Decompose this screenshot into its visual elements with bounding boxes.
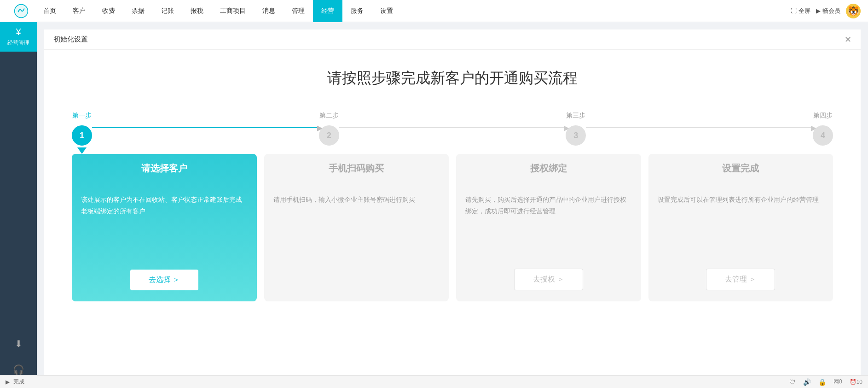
connector-1: ▶ bbox=[92, 127, 319, 128]
yen-icon: ¥ bbox=[16, 27, 21, 37]
card1-header: 请选择客户 bbox=[72, 154, 257, 183]
card4-header: 设置完成 bbox=[648, 154, 833, 183]
top-nav: 首页 客户 收费 票据 记账 报税 工商项目 消息 管理 经营 服务 设置 ⛶ … bbox=[0, 0, 868, 22]
volume-icon: 🔊 bbox=[803, 378, 811, 386]
time-icon: ⏰10 bbox=[850, 379, 862, 385]
step1-pointer bbox=[77, 147, 87, 154]
step2-circle: 2 bbox=[319, 125, 339, 146]
nav-item-message[interactable]: 消息 bbox=[254, 0, 284, 22]
connector-3: ▶ bbox=[586, 127, 813, 128]
nav-item-invoice[interactable]: 票据 bbox=[123, 0, 153, 22]
setup-container: 请按照步骤完成新客户的开通购买流程 第一步 1 ▶ 第二步 2 bbox=[44, 50, 861, 379]
shield-icon: 🛡 bbox=[789, 378, 796, 386]
nav-item-account[interactable]: 记账 bbox=[153, 0, 182, 22]
card3-header: 授权绑定 bbox=[456, 154, 641, 183]
connector-2: ▶ bbox=[339, 127, 566, 128]
sidebar-item-operation[interactable]: ¥ 经营管理 bbox=[0, 22, 37, 52]
page-header: 初始化设置 ✕ bbox=[44, 29, 861, 50]
main-content: 初始化设置 ✕ 请按照步骤完成新客户的开通购买流程 第一步 1 ▶ 第二步 bbox=[37, 22, 868, 386]
card3-btn[interactable]: 去授权 ＞ bbox=[514, 269, 583, 290]
nav-item-tax[interactable]: 报税 bbox=[182, 0, 212, 22]
nav-right: ⛶ 全屏 ▶ 畅会员 🐯 bbox=[791, 4, 861, 18]
nav-item-service[interactable]: 服务 bbox=[342, 0, 372, 22]
step1-label: 第一步 bbox=[72, 112, 92, 120]
step3-label: 第三步 bbox=[566, 112, 585, 120]
card2-body: 请用手机扫码，输入小微企业主账号密码进行购买 bbox=[264, 183, 449, 283]
nav-item-fee[interactable]: 收费 bbox=[94, 0, 123, 22]
close-button[interactable]: ✕ bbox=[845, 35, 851, 44]
nav-item-operation[interactable]: 经营 bbox=[313, 0, 342, 22]
step-card-2: 手机扫码购买 请用手机扫码，输入小微企业主账号密码进行购买 bbox=[264, 154, 449, 301]
card3-footer: 去授权 ＞ bbox=[456, 261, 641, 301]
member-button[interactable]: ▶ 畅会员 bbox=[816, 7, 840, 15]
card4-footer: 去管理 ＞ bbox=[648, 261, 833, 301]
card1-body: 该处展示的客户为不在回收站、客户状态正常建账后完成老板端绑定的所有客户 bbox=[72, 183, 257, 262]
card4-btn[interactable]: 去管理 ＞ bbox=[706, 269, 775, 290]
card3-body: 请先购买，购买后选择开通的产品中的企业用户进行授权绑定，成功后即可进行经营管理 bbox=[456, 183, 641, 261]
cards-row: 请选择客户 该处展示的客户为不在回收站、客户状态正常建账后完成老板端绑定的所有客… bbox=[72, 154, 833, 301]
page-title: 初始化设置 bbox=[53, 35, 88, 44]
card2-header: 手机扫码购买 bbox=[264, 154, 449, 183]
card1-footer: 去选择 ＞ bbox=[72, 262, 257, 301]
sidebar: ¥ 经营管理 ⬇ 🎧 bbox=[0, 22, 37, 388]
step1-circle: 1 bbox=[72, 125, 92, 146]
lock-icon: 🔒 bbox=[818, 378, 826, 386]
step3-circle: 3 bbox=[566, 125, 586, 146]
card2-footer bbox=[264, 283, 449, 301]
nav-item-home[interactable]: 首页 bbox=[35, 0, 64, 22]
avatar[interactable]: 🐯 bbox=[846, 4, 861, 18]
download-icon[interactable]: ⬇ bbox=[7, 333, 29, 355]
status-bar-right: 🛡 🔊 🔒 网0 ⏰10 bbox=[789, 378, 862, 386]
nav-item-customer[interactable]: 客户 bbox=[64, 0, 94, 22]
status-bar: ▶ 完成 🛡 🔊 🔒 网0 ⏰10 bbox=[0, 375, 868, 388]
card1-btn[interactable]: 去选择 ＞ bbox=[130, 270, 198, 290]
network-icon: 网0 bbox=[833, 378, 842, 386]
nav-logo bbox=[7, 4, 35, 18]
step4-label: 第四步 bbox=[813, 112, 833, 120]
nav-item-business[interactable]: 工商项目 bbox=[212, 0, 254, 22]
setup-main-title: 请按照步骤完成新客户的开通购买流程 bbox=[72, 68, 833, 88]
card4-body: 设置完成后可以在管理列表进行所有企业用户的经营管理 bbox=[648, 183, 833, 261]
play-icon: ▶ bbox=[816, 7, 821, 14]
nav-item-manage[interactable]: 管理 bbox=[284, 0, 313, 22]
play-status-icon: ▶ bbox=[6, 379, 10, 385]
step-card-4: 设置完成 设置完成后可以在管理列表进行所有企业用户的经营管理 去管理 ＞ bbox=[648, 154, 833, 301]
fullscreen-icon: ⛶ bbox=[791, 7, 797, 14]
status-done-label: 完成 bbox=[13, 378, 24, 386]
fullscreen-button[interactable]: ⛶ 全屏 bbox=[791, 7, 810, 15]
step-card-1: 请选择客户 该处展示的客户为不在回收站、客户状态正常建账后完成老板端绑定的所有客… bbox=[72, 154, 257, 301]
nav-items: 首页 客户 收费 票据 记账 报税 工商项目 消息 管理 经营 服务 设置 bbox=[35, 0, 791, 22]
nav-item-settings[interactable]: 设置 bbox=[372, 0, 401, 22]
step4-circle: 4 bbox=[813, 125, 833, 146]
step-card-3: 授权绑定 请先购买，购买后选择开通的产品中的企业用户进行授权绑定，成功后即可进行… bbox=[456, 154, 641, 301]
step2-label: 第二步 bbox=[319, 112, 339, 120]
